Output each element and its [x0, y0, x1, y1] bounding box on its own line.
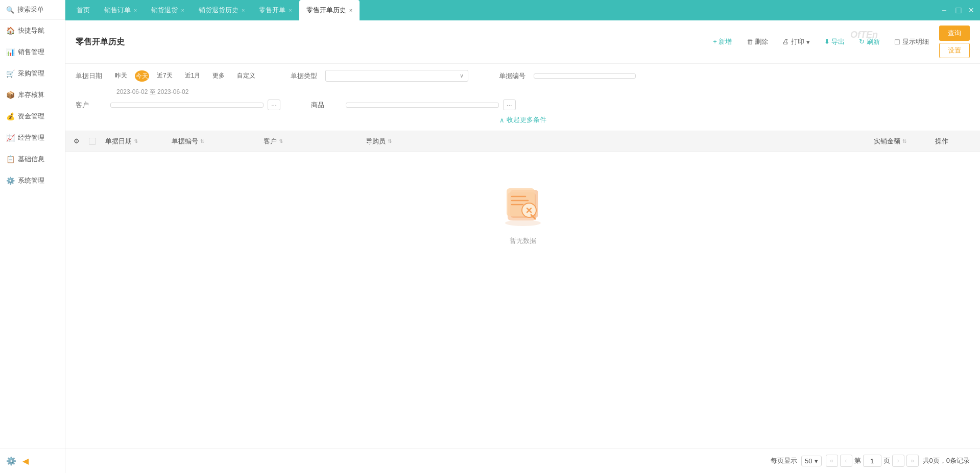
empty-state-text: 暂无数据 — [510, 236, 536, 245]
tab-sales-return-close[interactable]: × — [181, 7, 184, 13]
cart-icon: 🛒 — [6, 69, 15, 78]
maximize-button[interactable]: □ — [954, 3, 964, 18]
doc-num-label: 单据编号 — [499, 71, 530, 81]
check-all-checkbox[interactable] — [89, 138, 96, 145]
product-input[interactable] — [346, 103, 499, 108]
customer-label: 客户 — [76, 101, 106, 110]
operations-icon: 📈 — [6, 134, 15, 142]
next-page-button[interactable]: › — [892, 455, 904, 467]
collapse-sidebar-icon[interactable]: ◀ — [22, 456, 29, 466]
content-area: 零售开单历史 + 新增 🗑 删除 🖨 打印 ▾ ⬇ 导出 ↻ 刷新 — [65, 20, 980, 473]
search-icon: 🔍 — [6, 6, 14, 14]
per-page-arrow-icon: ▾ — [815, 457, 818, 465]
per-page-value: 50 — [805, 457, 812, 465]
delete-button[interactable]: 🗑 删除 — [743, 35, 773, 48]
product-dots-button[interactable]: ··· — [503, 99, 516, 110]
page-number-input[interactable] — [863, 455, 881, 467]
empty-state: 暂无数据 — [65, 152, 980, 276]
tab-sales-return-history-close[interactable]: × — [242, 7, 245, 13]
date-filter-group: 单据日期 昨天 今天 近7天 近1月 更多 自定义 — [76, 70, 260, 82]
collapse-filters-button[interactable]: ∧ 收起更多条件 — [76, 115, 970, 125]
table-settings-icon[interactable]: ⚙ — [74, 137, 89, 145]
tab-retail-open-history[interactable]: 零售开单历史 × — [299, 0, 360, 20]
th-date-label: 单据日期 — [105, 137, 132, 146]
tab-sales-return[interactable]: 销货退货 × — [144, 0, 191, 20]
total-records-text: 共0页，0条记录 — [923, 456, 970, 465]
toolbar-actions: + 新增 🗑 删除 🖨 打印 ▾ ⬇ 导出 ↻ 刷新 ☐ 显示明细 — [709, 26, 970, 58]
date-1month[interactable]: 近1月 — [180, 70, 205, 82]
minimize-button[interactable]: － — [938, 2, 951, 18]
filter-row-1: 单据日期 昨天 今天 近7天 近1月 更多 自定义 单据类型 ∨ — [76, 70, 970, 82]
last-page-button[interactable]: » — [906, 455, 919, 467]
date-range-display: 2023-06-02 至 2023-06-02 — [116, 88, 188, 96]
customer-input[interactable] — [110, 103, 264, 108]
sidebar-item-system[interactable]: ⚙️ 系统管理 — [0, 170, 65, 191]
settings-button[interactable]: 设置 — [939, 43, 970, 58]
date-yesterday[interactable]: 昨天 — [110, 70, 132, 82]
tab-sales-order-label: 销售订单 — [104, 6, 131, 15]
th-guide[interactable]: 导购员 ⇅ — [362, 137, 870, 146]
settings-icon[interactable]: ⚙️ — [6, 456, 16, 466]
doc-type-filter-group: 单据类型 ∨ — [291, 70, 468, 82]
customer-filter-group: 客户 ··· — [76, 99, 280, 110]
tab-home[interactable]: 首页 — [69, 0, 97, 20]
tab-retail-open[interactable]: 零售开单 × — [252, 0, 299, 20]
date-7days[interactable]: 近7天 — [152, 70, 177, 82]
print-button[interactable]: 🖨 打印 ▾ — [778, 35, 814, 48]
tab-sales-return-label: 销货退货 — [151, 6, 178, 15]
sidebar-item-operations[interactable]: 📈 经营管理 — [0, 127, 65, 148]
tab-retail-open-history-close[interactable]: × — [349, 7, 352, 13]
th-guide-label: 导购员 — [366, 137, 386, 146]
refresh-button[interactable]: ↻ 刷新 — [855, 35, 884, 48]
sidebar-search[interactable]: 🔍 搜索采单 — [0, 0, 65, 20]
print-label: 🖨 打印 — [782, 37, 804, 46]
doc-type-select[interactable]: ∨ — [325, 70, 468, 82]
sidebar-item-sales-mgmt[interactable]: 📊 销售管理 — [0, 41, 65, 63]
main-area: 首页 销售订单 × 销货退货 × 销货退货历史 × 零售开单 × 零售开单历史 … — [65, 0, 980, 473]
tab-home-label: 首页 — [77, 6, 90, 15]
home-icon: 🏠 — [6, 27, 15, 35]
table-check-all[interactable] — [89, 138, 101, 145]
box-icon: 📦 — [6, 91, 15, 99]
th-guide-sort-icon: ⇅ — [388, 138, 392, 144]
display-detail-button[interactable]: ☐ 显示明细 — [890, 35, 933, 48]
empty-state-icon — [497, 182, 548, 228]
customer-dots-button[interactable]: ··· — [268, 99, 280, 110]
refresh-label: ↻ 刷新 — [859, 37, 880, 46]
tab-sales-order-close[interactable]: × — [134, 7, 137, 13]
date-custom[interactable]: 自定义 — [232, 70, 260, 82]
doc-type-arrow-icon: ∨ — [460, 72, 464, 79]
page-title: 零售开单历史 — [76, 37, 709, 47]
add-button[interactable]: + 新增 — [709, 35, 736, 48]
th-amount[interactable]: 实销金额 ⇅ — [870, 137, 931, 146]
sidebar-item-purchase-mgmt[interactable]: 🛒 采购管理 — [0, 63, 65, 84]
doc-num-input[interactable] — [534, 73, 636, 79]
sidebar-item-label: 经营管理 — [18, 133, 44, 142]
date-today[interactable]: 今天 — [135, 70, 149, 82]
sidebar-item-basic-info[interactable]: 📋 基础信息 — [0, 148, 65, 170]
tab-retail-open-close[interactable]: × — [289, 7, 292, 13]
date-buttons: 昨天 今天 近7天 近1月 更多 自定义 — [110, 70, 260, 82]
sidebar-item-label: 资金管理 — [18, 112, 44, 121]
export-button[interactable]: ⬇ 导出 — [820, 35, 849, 48]
th-customer[interactable]: 客户 ⇅ — [259, 137, 362, 146]
tab-sales-order[interactable]: 销售订单 × — [97, 0, 144, 20]
th-number[interactable]: 单据编号 ⇅ — [168, 137, 259, 146]
tab-sales-return-history[interactable]: 销货退货历史 × — [192, 0, 252, 20]
sidebar-item-quick-nav[interactable]: 🏠 快捷导航 — [0, 20, 65, 41]
print-arrow-icon: ▾ — [806, 38, 810, 46]
prev-page-button[interactable]: ‹ — [840, 455, 852, 467]
info-icon: 📋 — [6, 155, 15, 163]
date-more[interactable]: 更多 — [208, 70, 229, 82]
query-button[interactable]: 查询 — [939, 26, 970, 41]
sidebar-item-label: 采购管理 — [18, 69, 44, 78]
sidebar-item-inventory[interactable]: 📦 库存核算 — [0, 84, 65, 106]
sidebar-item-finance[interactable]: 💰 资金管理 — [0, 106, 65, 127]
per-page-select[interactable]: 50 ▾ — [801, 456, 821, 466]
sidebar-item-label: 基础信息 — [18, 155, 44, 164]
filter-row-date-range: 2023-06-02 至 2023-06-02 — [76, 87, 970, 96]
first-page-button[interactable]: « — [826, 455, 838, 467]
close-window-button[interactable]: × — [966, 3, 976, 18]
th-date[interactable]: 单据日期 ⇅ — [101, 137, 168, 146]
page-nav: « ‹ 第 页 › » — [826, 455, 919, 467]
